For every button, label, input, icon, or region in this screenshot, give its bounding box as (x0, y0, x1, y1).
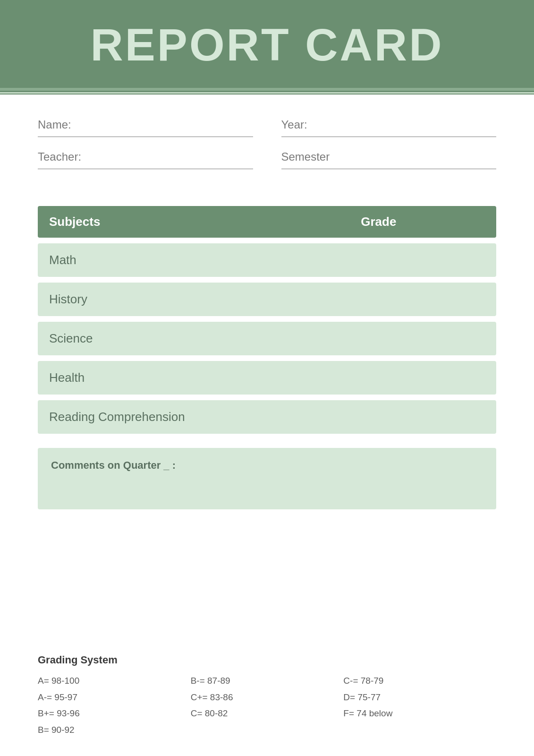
grading-item: F= 74 below (343, 706, 496, 721)
grade-column-header: Grade (349, 206, 496, 238)
grading-section: Grading System A= 98-100A-= 95-97B+= 93-… (0, 635, 534, 756)
header-line-thin (0, 92, 534, 94)
grade-cell (349, 322, 496, 355)
table-row: Math (38, 243, 496, 277)
table-row-spacer (38, 277, 496, 283)
subject-cell: Reading Comprehension (38, 400, 349, 434)
teacher-underline (38, 165, 253, 169)
table-row: Health (38, 361, 496, 395)
grade-cell (349, 243, 496, 277)
name-label: Name: (38, 118, 253, 131)
grading-grid: A= 98-100A-= 95-97B+= 93-96B= 90-92 B-= … (38, 674, 496, 737)
grade-table-section: Subjects Grade MathHistoryScienceHealthR… (0, 197, 534, 443)
grading-item: A= 98-100 (38, 674, 191, 688)
subject-cell: Math (38, 243, 349, 277)
semester-label: Semester (281, 150, 497, 163)
semester-field: Semester (281, 150, 497, 169)
table-row: History (38, 283, 496, 316)
grading-item: C+= 83-86 (191, 690, 344, 704)
subject-cell: History (38, 283, 349, 316)
year-field: Year: (281, 118, 497, 137)
subject-cell: Health (38, 361, 349, 395)
info-row-1: Name: Year: (38, 118, 496, 137)
year-underline (281, 133, 497, 137)
table-row-spacer (38, 355, 496, 361)
grade-cell (349, 400, 496, 434)
semester-underline (281, 165, 497, 169)
header: REPORT CARD (0, 0, 534, 94)
comments-box: Comments on Quarter _ : (38, 448, 496, 509)
grading-item: C-= 78-79 (343, 674, 496, 688)
grade-table: Subjects Grade MathHistoryScienceHealthR… (38, 206, 496, 434)
grading-col-3: C-= 78-79D= 75-77F= 74 below (343, 674, 496, 737)
subjects-column-header: Subjects (38, 206, 349, 238)
grading-item: A-= 95-97 (38, 690, 191, 704)
table-row: Science (38, 322, 496, 355)
header-decoration (0, 88, 534, 94)
comments-label: Comments on Quarter _ : (51, 459, 176, 471)
grading-item: D= 75-77 (343, 690, 496, 704)
grade-cell (349, 283, 496, 316)
info-row-2: Teacher: Semester (38, 150, 496, 169)
table-row-spacer (38, 316, 496, 322)
grading-item: C= 80-82 (191, 706, 344, 721)
subject-cell: Science (38, 322, 349, 355)
table-row-spacer (38, 395, 496, 400)
grading-item: B-= 87-89 (191, 674, 344, 688)
grading-item: B= 90-92 (38, 723, 191, 737)
grading-col-2: B-= 87-89C+= 83-86C= 80-82 (191, 674, 344, 737)
table-row: Reading Comprehension (38, 400, 496, 434)
info-section: Name: Year: Teacher: Semester (0, 94, 534, 197)
teacher-label: Teacher: (38, 150, 253, 163)
grade-cell (349, 361, 496, 395)
grading-item: B+= 93-96 (38, 706, 191, 721)
teacher-field: Teacher: (38, 150, 253, 169)
table-header-row: Subjects Grade (38, 206, 496, 238)
name-field: Name: (38, 118, 253, 137)
name-underline (38, 133, 253, 137)
year-label: Year: (281, 118, 497, 131)
header-line-thick (0, 88, 534, 91)
grading-col-1: A= 98-100A-= 95-97B+= 93-96B= 90-92 (38, 674, 191, 737)
grading-title: Grading System (38, 654, 496, 666)
comments-section: Comments on Quarter _ : (0, 443, 534, 519)
report-card-title: REPORT CARD (28, 19, 506, 71)
page: REPORT CARD Name: Year: Teacher: Semeste… (0, 0, 534, 756)
table-row-spacer (38, 238, 496, 243)
